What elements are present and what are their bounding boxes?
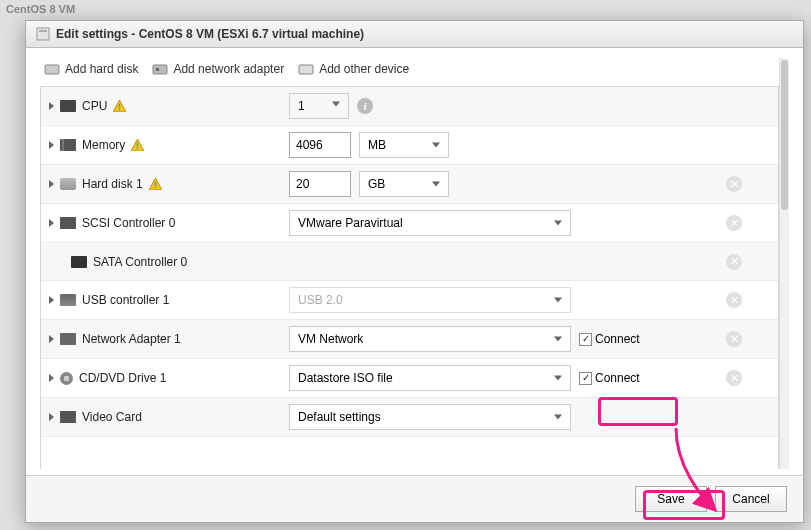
edit-settings-dialog: Edit settings - CentOS 8 VM (ESXi 6.7 vi… [25, 20, 804, 523]
add-hard-disk-label: Add hard disk [65, 62, 138, 76]
expand-toggle[interactable] [49, 335, 54, 343]
expand-toggle[interactable] [49, 374, 54, 382]
network-connect-checkbox[interactable] [579, 333, 592, 346]
cpu-count-select[interactable]: 1 [289, 93, 349, 119]
network-connect-box: Connect [579, 332, 640, 346]
svg-rect-6 [119, 104, 120, 108]
cd-dvd-label: CD/DVD Drive 1 [79, 371, 166, 385]
network-adapter-label: Network Adapter 1 [82, 332, 181, 346]
network-connect-label: Connect [595, 332, 640, 346]
cd-dvd-connect-box: Connect [579, 371, 640, 385]
usb-controller-icon [60, 294, 76, 306]
cpu-count-value: 1 [298, 99, 305, 113]
hard-disk-row: Hard disk 1 GB ✕ [41, 165, 778, 204]
remove-device-button[interactable]: ✕ [726, 292, 742, 308]
video-card-select[interactable]: Default settings [289, 404, 571, 430]
remove-device-button[interactable]: ✕ [726, 176, 742, 192]
svg-rect-7 [119, 108, 120, 109]
usb-controller-label: USB controller 1 [82, 293, 169, 307]
expand-toggle[interactable] [49, 219, 54, 227]
memory-size-input[interactable] [289, 132, 351, 158]
cd-dvd-row: CD/DVD Drive 1 Datastore ISO file Connec… [41, 359, 778, 398]
warning-icon [149, 178, 162, 190]
memory-icon [60, 139, 76, 151]
usb-type-select[interactable]: USB 2.0 [289, 287, 571, 313]
expand-toggle[interactable] [49, 296, 54, 304]
hard-disk-unit-value: GB [368, 177, 385, 191]
cpu-row: CPU 1 i [41, 87, 778, 126]
other-device-icon [298, 63, 314, 76]
hard-disk-unit-select[interactable]: GB [359, 171, 449, 197]
remove-device-button[interactable]: ✕ [726, 331, 742, 347]
scsi-controller-row: SCSI Controller 0 VMware Paravirtual ✕ [41, 204, 778, 243]
video-card-row: Video Card Default settings [41, 398, 778, 437]
save-button[interactable]: Save [635, 486, 707, 512]
svg-rect-11 [154, 186, 155, 187]
expand-toggle[interactable] [49, 413, 54, 421]
usb-controller-row: USB controller 1 USB 2.0 ✕ [41, 281, 778, 320]
hard-disk-icon [44, 63, 60, 76]
memory-unit-select[interactable]: MB [359, 132, 449, 158]
usb-type-value: USB 2.0 [298, 293, 343, 307]
settings-icon [36, 27, 50, 41]
info-icon[interactable]: i [357, 98, 373, 114]
expand-toggle[interactable] [49, 141, 54, 149]
network-adapter-icon [60, 333, 76, 345]
video-card-value: Default settings [298, 410, 381, 424]
svg-rect-4 [156, 68, 159, 71]
cd-dvd-icon [60, 372, 73, 385]
svg-rect-8 [137, 143, 138, 147]
sata-controller-label: SATA Controller 0 [93, 255, 187, 269]
video-card-icon [60, 411, 76, 423]
cd-dvd-source-select[interactable]: Datastore ISO file [289, 365, 571, 391]
sata-controller-row: SATA Controller 0 ✕ [41, 243, 778, 281]
memory-row: Memory MB [41, 126, 778, 165]
add-network-adapter-label: Add network adapter [173, 62, 284, 76]
cd-dvd-source-value: Datastore ISO file [298, 371, 393, 385]
svg-rect-10 [154, 182, 155, 186]
add-network-adapter-button[interactable]: Add network adapter [152, 62, 284, 76]
svg-rect-9 [137, 147, 138, 148]
dialog-footer: Save Cancel [26, 475, 803, 522]
expand-toggle[interactable] [49, 102, 54, 110]
memory-label: Memory [82, 138, 125, 152]
svg-rect-2 [45, 65, 59, 74]
cpu-icon [60, 100, 76, 112]
expand-toggle[interactable] [49, 180, 54, 188]
cpu-label: CPU [82, 99, 107, 113]
svg-rect-5 [299, 65, 313, 74]
cd-dvd-connect-label: Connect [595, 371, 640, 385]
remove-device-button[interactable]: ✕ [726, 215, 742, 231]
network-adapter-row: Network Adapter 1 VM Network Connect ✕ [41, 320, 778, 359]
memory-unit-value: MB [368, 138, 386, 152]
remove-device-button[interactable]: ✕ [726, 370, 742, 386]
network-value: VM Network [298, 332, 363, 346]
scsi-controller-icon [60, 217, 76, 229]
sata-controller-icon [71, 256, 87, 268]
remove-device-button[interactable]: ✕ [726, 254, 742, 270]
add-other-device-label: Add other device [319, 62, 409, 76]
background-window-title: CentOS 8 VM [6, 3, 75, 15]
scsi-type-select[interactable]: VMware Paravirtual [289, 210, 571, 236]
hard-disk-icon [60, 178, 76, 190]
warning-icon [113, 100, 126, 112]
network-select[interactable]: VM Network [289, 326, 571, 352]
scsi-controller-label: SCSI Controller 0 [82, 216, 175, 230]
vertical-scrollbar[interactable] [779, 58, 789, 469]
cd-dvd-connect-checkbox[interactable] [579, 372, 592, 385]
svg-rect-3 [153, 65, 167, 74]
cancel-button[interactable]: Cancel [715, 486, 787, 512]
add-other-device-button[interactable]: Add other device [298, 62, 409, 76]
dialog-titlebar: Edit settings - CentOS 8 VM (ESXi 6.7 vi… [26, 21, 803, 48]
network-adapter-icon [152, 63, 168, 76]
video-card-label: Video Card [82, 410, 142, 424]
scsi-type-value: VMware Paravirtual [298, 216, 403, 230]
toolbar: Add hard disk Add network adapter Add ot… [40, 58, 779, 86]
dialog-title: Edit settings - CentOS 8 VM (ESXi 6.7 vi… [56, 27, 364, 41]
svg-rect-0 [37, 28, 49, 40]
warning-icon [131, 139, 144, 151]
scrollbar-thumb[interactable] [781, 60, 788, 210]
hardware-settings-list: CPU 1 i Memory [40, 86, 779, 469]
add-hard-disk-button[interactable]: Add hard disk [44, 62, 138, 76]
hard-disk-size-input[interactable] [289, 171, 351, 197]
